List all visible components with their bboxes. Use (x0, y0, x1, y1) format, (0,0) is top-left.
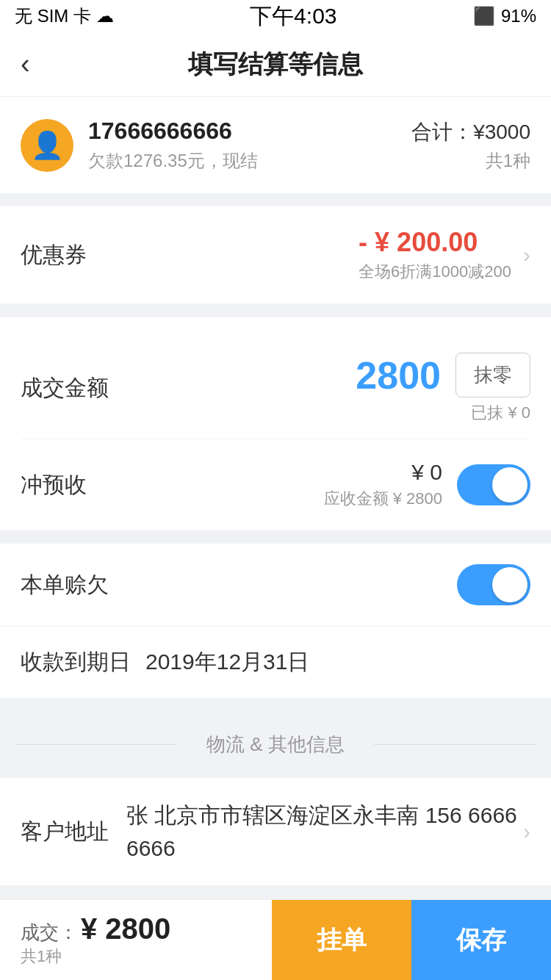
amount-section: 成交金额 2800 抹零 已抹 ¥ 0 (0, 317, 551, 439)
due-date-row: 收款到期日 2019年12月31日 (0, 627, 551, 698)
debit-row: 本单赊欠 (0, 544, 551, 626)
divider-3 (0, 530, 551, 544)
avatar: 👤 (21, 119, 73, 172)
battery-percent: 91% (501, 6, 536, 26)
customer-phone: 17666666666 (88, 118, 258, 145)
round-button[interactable]: 抹零 (455, 353, 530, 397)
content-area: 👤 17666666666 欠款1276.35元，现结 合计：¥3000 共1种… (0, 97, 551, 980)
bottom-info: 成交： ¥ 2800 共1种 (0, 912, 272, 968)
precollect-main: ¥ 0 (324, 460, 442, 485)
address-row[interactable]: 客户地址 张 北京市市辖区海淀区永丰南 156 6666 6666 › (0, 778, 551, 885)
address-value: 张 北京市市辖区海淀区永丰南 156 6666 6666 (126, 799, 523, 865)
address-label: 客户地址 (21, 817, 109, 847)
divider-1 (0, 193, 551, 206)
customer-left: 👤 17666666666 欠款1276.35元，现结 (21, 118, 258, 173)
debit-label: 本单赊欠 (21, 570, 109, 600)
save-button[interactable]: 保存 (411, 900, 551, 981)
logistics-header: 物流 & 其他信息 (0, 711, 551, 778)
customer-card: 👤 17666666666 欠款1276.35元，现结 合计：¥3000 共1种 (0, 97, 551, 193)
coupon-right: - ¥ 200.00 全场6折满1000减200 › (359, 227, 530, 283)
address-chevron-icon: › (523, 819, 530, 844)
precollect-right: ¥ 0 应收金额 ¥ 2800 (324, 460, 530, 510)
due-date-label: 收款到期日 (21, 647, 131, 677)
total-value: ¥3000 (473, 120, 530, 143)
status-left: 无 SIM 卡 ☁ (15, 4, 114, 28)
sim-status: 无 SIM 卡 ☁ (15, 4, 114, 28)
bottom-bar: 成交： ¥ 2800 共1种 挂单 保存 (0, 899, 551, 980)
precollect-row: 冲预收 ¥ 0 应收金额 ¥ 2800 (0, 439, 551, 530)
customer-info: 17666666666 欠款1276.35元，现结 (88, 118, 258, 173)
status-time: 下午4:03 (250, 1, 336, 32)
customer-total: 合计：¥3000 共1种 (411, 118, 530, 173)
status-right: ⬛ 91% (473, 6, 536, 26)
deal-label: 成交： (21, 920, 78, 945)
logistics-title: 物流 & 其他信息 (206, 732, 345, 757)
divider-4 (0, 698, 551, 711)
coupon-row[interactable]: 优惠券 - ¥ 200.00 全场6折满1000减200 › (0, 206, 551, 304)
coupon-discount-area: - ¥ 200.00 全场6折满1000减200 (359, 227, 511, 283)
avatar-icon: 👤 (31, 130, 64, 161)
amount-label: 成交金额 (21, 373, 109, 403)
amount-sub: 已抹 ¥ 0 (356, 402, 530, 424)
precollect-toggle[interactable] (457, 464, 530, 505)
coupon-label: 优惠券 (21, 240, 87, 270)
precollect-label: 冲预收 (21, 470, 87, 500)
precollect-amount: ¥ 0 应收金额 ¥ 2800 (324, 460, 442, 510)
total-label-value: 合计：¥3000 (411, 118, 530, 146)
page-title: 填写结算等信息 (188, 48, 363, 82)
amount-right: 2800 抹零 已抹 ¥ 0 (356, 353, 530, 424)
toggle-knob (492, 467, 527, 502)
battery-icon: ⬛ (473, 6, 495, 26)
total-label: 合计： (411, 120, 473, 143)
customer-debt: 欠款1276.35元，现结 (88, 149, 258, 173)
amount-value: 2800 (356, 353, 441, 397)
hang-button[interactable]: 挂单 (272, 900, 411, 981)
deal-amount: ¥ 2800 (81, 912, 170, 945)
divider-line-left (15, 744, 177, 745)
precollect-sub: 应收金额 ¥ 2800 (324, 488, 442, 510)
total-count: 共1种 (411, 149, 530, 173)
debit-toggle[interactable] (457, 564, 530, 605)
chevron-right-icon: › (523, 242, 530, 267)
divider-line-right (374, 744, 536, 745)
debit-toggle-knob (492, 567, 527, 602)
deal-count: 共1种 (21, 945, 251, 968)
divider-2 (0, 304, 551, 317)
coupon-desc: 全场6折满1000减200 (359, 261, 511, 283)
coupon-discount: - ¥ 200.00 (359, 227, 511, 258)
nav-bar: ‹ 填写结算等信息 (0, 32, 551, 97)
amount-row: 成交金额 2800 抹零 已抹 ¥ 0 (21, 338, 530, 439)
due-date-value: 2019年12月31日 (145, 647, 309, 677)
status-bar: 无 SIM 卡 ☁ 下午4:03 ⬛ 91% (0, 0, 551, 32)
back-button[interactable]: ‹ (21, 48, 30, 80)
